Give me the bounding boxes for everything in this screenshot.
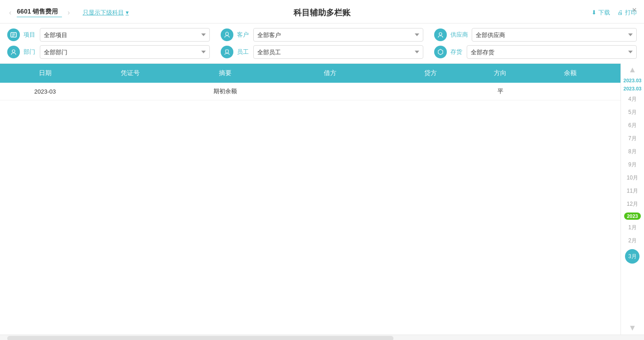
timeline-month-2[interactable]: 2月 [623, 234, 643, 247]
supplier-select[interactable]: 全部供应商 [472, 28, 637, 42]
svg-rect-6 [226, 50, 228, 53]
inventory-label: 存货 [450, 48, 463, 56]
chevron-down-icon: ▾ [126, 9, 129, 16]
timeline-year-badge-container: 2023 [624, 211, 640, 221]
timeline-month-10[interactable]: 10月 [623, 171, 643, 184]
next-account-btn[interactable]: › [66, 9, 71, 17]
col-debit: 借方 [280, 64, 380, 83]
col-credit: 贷方 [380, 64, 480, 83]
inventory-icon [434, 46, 447, 58]
timeline-header-1[interactable]: 2023.03 [623, 76, 643, 85]
customer-filter: 客户 全部客户 [221, 28, 423, 42]
show-sub-label: 只显示下级科目 [83, 9, 124, 17]
inventory-filter: 存货 全部存货 [434, 45, 637, 59]
timeline-active-month-container: 3月 [625, 247, 639, 265]
scrollbar-track [7, 336, 393, 340]
project-label: 项目 [24, 31, 36, 39]
title-right: ⬇ 下载 🖨 打印 × [592, 9, 637, 17]
timeline-month-12[interactable]: 12月 [623, 198, 643, 211]
svg-point-4 [439, 33, 442, 35]
cell-credit [380, 83, 480, 100]
timeline-sidebar: ▲ 2023.03 2023.03 4月 5月 6月 7月 8月 9月 10月 … [620, 63, 644, 335]
customer-label: 客户 [237, 31, 250, 39]
timeline-month-5[interactable]: 5月 [623, 106, 643, 119]
timeline-active-month[interactable]: 3月 [625, 249, 639, 264]
timeline-month-8[interactable]: 8月 [623, 145, 643, 158]
department-filter: 部门 全部部门 [7, 45, 210, 59]
department-icon [7, 46, 20, 58]
timeline-scroll-up-btn[interactable]: ▲ [621, 63, 644, 76]
timeline-month-7[interactable]: 7月 [623, 132, 643, 145]
timeline-month-6[interactable]: 6月 [623, 119, 643, 132]
download-label: 下载 [598, 9, 610, 17]
timeline-container: 2023.03 2023.03 4月 5月 6月 7月 8月 9月 10月 11… [623, 76, 643, 321]
ledger-table: 日期 凭证号 摘要 借方 贷方 方向 余额 2023-03 期初余额 [0, 64, 620, 100]
project-select[interactable]: 全部项目 [40, 28, 210, 42]
col-balance: 余额 [521, 64, 620, 83]
account-code: 6601 销售费用 [17, 8, 62, 17]
department-label: 部门 [24, 48, 36, 56]
table-area[interactable]: 日期 凭证号 摘要 借方 贷方 方向 余额 2023-03 期初余额 [0, 63, 620, 335]
timeline-month-9[interactable]: 9月 [623, 158, 643, 171]
cell-date: 2023-03 [0, 83, 90, 100]
timeline-year-badge: 2023 [624, 212, 640, 220]
inventory-select[interactable]: 全部存货 [467, 45, 637, 59]
employee-label: 员工 [237, 48, 250, 56]
customer-select[interactable]: 全部客户 [253, 28, 423, 42]
cell-direction: 平 [480, 83, 521, 100]
show-sub-toggle[interactable]: 只显示下级科目 ▾ [83, 9, 129, 17]
timeline-scroll-down-btn[interactable]: ▼ [621, 321, 644, 335]
main-content: 日期 凭证号 摘要 借方 贷方 方向 余额 2023-03 期初余额 [0, 63, 644, 335]
employee-filter: 员工 全部员工 [221, 45, 423, 59]
filter-area: 项目 全部项目 客户 全部客户 供应商 全部供应商 [0, 24, 644, 63]
timeline-month-4[interactable]: 4月 [623, 93, 643, 106]
project-icon [7, 28, 20, 41]
table-row: 2023-03 期初余额 平 [0, 83, 620, 100]
timeline-month-11[interactable]: 11月 [623, 184, 643, 198]
employee-icon [221, 46, 233, 58]
supplier-filter: 供应商 全部供应商 [434, 28, 637, 42]
supplier-label: 供应商 [450, 31, 468, 39]
col-direction: 方向 [480, 64, 521, 83]
prev-account-btn[interactable]: ‹ [7, 9, 13, 17]
timeline-month-1[interactable]: 1月 [623, 221, 643, 234]
close-btn[interactable]: × [632, 5, 637, 15]
supplier-icon [434, 28, 447, 41]
col-summary: 摘要 [170, 64, 280, 83]
cell-summary: 期初余额 [170, 83, 280, 100]
title-bar: ‹ 6601 销售费用 › 只显示下级科目 ▾ 科目辅助多栏账 ⬇ 下载 🖨 打… [0, 0, 644, 24]
title-left: ‹ 6601 销售费用 › 只显示下级科目 ▾ [7, 8, 129, 17]
main-window: ‹ 6601 销售费用 › 只显示下级科目 ▾ 科目辅助多栏账 ⬇ 下载 🖨 打… [0, 0, 644, 340]
horizontal-scrollbar[interactable] [0, 335, 644, 340]
download-btn[interactable]: ⬇ 下载 [592, 9, 610, 17]
svg-point-5 [12, 50, 15, 52]
timeline-header-2[interactable]: 2023.03 [623, 85, 643, 93]
col-date: 日期 [0, 64, 90, 83]
cell-balance [521, 83, 620, 100]
customer-icon [221, 28, 233, 41]
project-filter: 项目 全部项目 [7, 28, 210, 42]
cell-voucher [90, 83, 170, 100]
page-title: 科目辅助多栏账 [294, 7, 350, 18]
download-icon: ⬇ [592, 9, 597, 16]
col-voucher: 凭证号 [90, 64, 170, 83]
cell-debit [280, 83, 380, 100]
table-header-row: 日期 凭证号 摘要 借方 贷方 方向 余额 [0, 64, 620, 83]
department-select[interactable]: 全部部门 [40, 45, 210, 59]
print-icon: 🖨 [617, 9, 623, 16]
employee-select[interactable]: 全部员工 [253, 45, 423, 59]
